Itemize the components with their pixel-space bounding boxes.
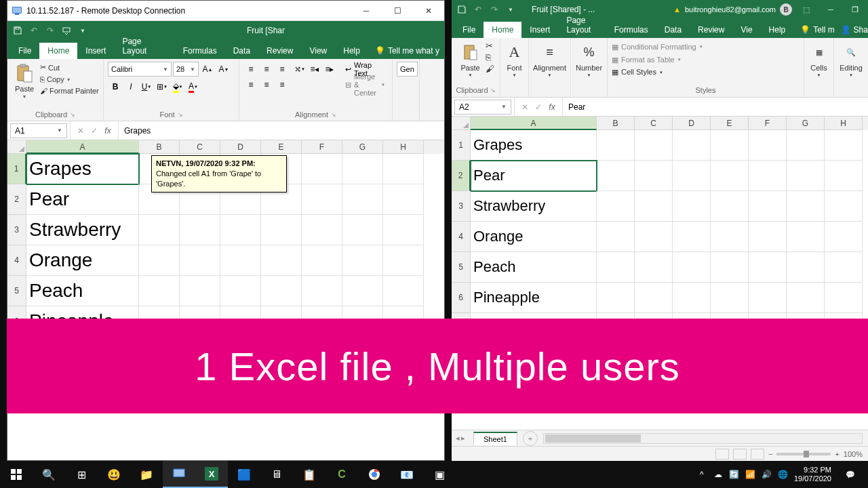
cell[interactable] xyxy=(342,184,383,215)
cell[interactable] xyxy=(635,222,673,252)
font-size-select[interactable]: 28▼ xyxy=(173,62,199,77)
cell[interactable] xyxy=(749,252,787,283)
minimize-button[interactable]: ─ xyxy=(821,2,841,17)
tab-page-layout[interactable]: Page Layout xyxy=(558,12,606,38)
align-right-button[interactable]: ≡ xyxy=(275,77,290,92)
formula-input[interactable]: Pear xyxy=(563,102,868,112)
cell[interactable] xyxy=(635,161,673,191)
cell[interactable] xyxy=(673,283,711,313)
tab-page-layout[interactable]: Page Layout xyxy=(114,33,174,59)
cell[interactable] xyxy=(825,252,863,283)
cell[interactable] xyxy=(673,161,711,191)
formula-input[interactable]: Grapes xyxy=(119,126,444,136)
number-group-button[interactable]: %Number▼ xyxy=(573,41,605,79)
cell[interactable] xyxy=(673,252,711,283)
column-header[interactable]: H xyxy=(825,117,863,130)
cell[interactable] xyxy=(787,130,825,161)
select-all-button[interactable] xyxy=(452,117,471,130)
sync-icon[interactable]: 🔄 xyxy=(729,469,740,480)
onedrive-icon[interactable]: ☁ xyxy=(713,469,724,480)
close-button[interactable]: ✕ xyxy=(413,1,444,21)
file-explorer-button[interactable]: 📁 xyxy=(130,461,163,488)
row-header[interactable]: 5 xyxy=(452,252,471,283)
cell[interactable]: Pineapple xyxy=(471,283,597,313)
column-header[interactable]: F xyxy=(302,140,342,154)
cancel-formula-icon[interactable]: ✕ xyxy=(519,102,531,112)
cell[interactable] xyxy=(787,252,825,283)
italic-button[interactable]: I xyxy=(123,79,138,94)
tab-home[interactable]: Home xyxy=(39,43,77,59)
cell[interactable] xyxy=(749,161,787,191)
cell[interactable]: Strawberry xyxy=(471,191,597,222)
qat-dropdown-icon[interactable]: ▼ xyxy=(503,2,518,17)
cell[interactable] xyxy=(261,276,302,306)
ribbon-options-icon[interactable]: ⬚ xyxy=(796,2,816,17)
cell[interactable] xyxy=(711,161,749,191)
sheet-nav-prev-icon[interactable]: ◂ xyxy=(456,434,460,443)
terminal-button[interactable]: ▣ xyxy=(423,461,456,488)
cell[interactable]: Peach xyxy=(26,276,139,306)
cell[interactable] xyxy=(139,215,180,245)
network-icon[interactable]: 📶 xyxy=(745,469,756,480)
cell[interactable] xyxy=(711,283,749,313)
cell[interactable]: Peach xyxy=(471,252,597,283)
column-header[interactable]: A xyxy=(471,117,597,130)
cell[interactable] xyxy=(787,222,825,252)
format-painter-button[interactable]: 🖌Format Painter xyxy=(40,85,99,96)
undo-icon[interactable]: ↶ xyxy=(471,2,486,17)
cell[interactable] xyxy=(220,276,261,306)
cell[interactable] xyxy=(597,161,635,191)
cell[interactable] xyxy=(749,191,787,222)
user-email[interactable]: buitronghieu82@gmail.com xyxy=(685,5,776,14)
sheet-nav-next-icon[interactable]: ▸ xyxy=(461,434,465,443)
format-as-table-button[interactable]: ▦Format as Table▼ xyxy=(612,54,703,66)
cell[interactable] xyxy=(597,252,635,283)
name-box[interactable]: A2▼ xyxy=(454,100,511,115)
conditional-formatting-button[interactable]: ▦Conditional Formatting▼ xyxy=(612,41,703,54)
tell-me-search[interactable]: 💡Tell me xyxy=(793,22,833,38)
cell[interactable] xyxy=(635,252,673,283)
cell[interactable] xyxy=(180,245,220,276)
font-group-button[interactable]: AFont▼ xyxy=(502,41,528,79)
cell[interactable] xyxy=(261,245,302,276)
tab-review[interactable]: Review xyxy=(690,22,732,38)
cell[interactable] xyxy=(749,283,787,313)
cell[interactable] xyxy=(635,283,673,313)
cell[interactable] xyxy=(825,283,863,313)
align-top-button[interactable]: ≡ xyxy=(243,62,258,77)
task-view-button[interactable]: ⊞ xyxy=(65,461,98,488)
cell[interactable] xyxy=(220,215,261,245)
cell[interactable] xyxy=(711,222,749,252)
restore-button[interactable]: ❐ xyxy=(845,2,865,17)
borders-button[interactable]: ⊞▼ xyxy=(155,79,170,94)
cell[interactable]: Orange xyxy=(471,222,597,252)
select-all-button[interactable] xyxy=(7,140,26,154)
cell[interactable] xyxy=(711,191,749,222)
cell[interactable] xyxy=(787,161,825,191)
save-icon[interactable] xyxy=(454,2,469,17)
rdp-titlebar[interactable]: 10.11.52.187 - Remote Desktop Connection… xyxy=(7,1,444,21)
cell[interactable] xyxy=(597,191,635,222)
cell[interactable] xyxy=(342,215,383,245)
row-header[interactable]: 3 xyxy=(452,191,471,222)
zoom-slider[interactable] xyxy=(776,453,831,455)
cell[interactable] xyxy=(302,215,342,245)
cell[interactable] xyxy=(342,154,383,184)
taskbar-app-icon[interactable]: 📋 xyxy=(293,461,326,488)
fx-icon[interactable]: fx xyxy=(546,102,558,112)
enter-formula-icon[interactable]: ✓ xyxy=(532,102,545,112)
row-header[interactable]: 4 xyxy=(7,245,26,276)
cell[interactable] xyxy=(302,276,342,306)
paste-button[interactable]: Paste▼ xyxy=(458,41,484,79)
share-button[interactable]: 👤Shar xyxy=(834,22,869,38)
excel-taskbar-button[interactable]: X xyxy=(195,461,228,488)
merge-center-button[interactable]: ⊟Merge & Center▼ xyxy=(342,77,388,92)
language-icon[interactable]: 🌐 xyxy=(778,469,789,480)
row-header[interactable]: 3 xyxy=(7,215,26,245)
cancel-formula-icon[interactable]: ✕ xyxy=(75,126,87,136)
cell[interactable]: Pear xyxy=(471,161,597,191)
undo-icon[interactable]: ↶ xyxy=(26,23,41,38)
taskbar-app-icon[interactable]: 📧 xyxy=(391,461,423,488)
paste-button[interactable]: Paste ▼ xyxy=(12,62,37,100)
column-header[interactable]: D xyxy=(673,117,711,130)
